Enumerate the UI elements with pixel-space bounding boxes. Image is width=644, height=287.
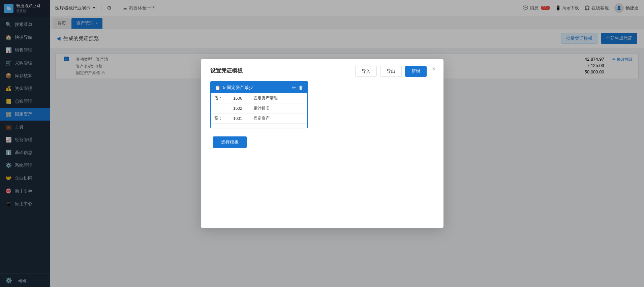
template-row (211, 124, 307, 128)
modal-overlay: 设置凭证模板 导入 导出 新增 × 📋 5-固定资产减少 ✏ 🗑 借：1606 (0, 0, 644, 287)
template-row: 贷：1601固定资产 (211, 114, 307, 124)
modal-toolbar: 导入 导出 新增 (355, 66, 427, 77)
template-delete-icon[interactable]: 🗑 (299, 85, 303, 90)
import-button[interactable]: 导入 (355, 66, 377, 77)
template-name: 5-固定资产减少 (223, 85, 253, 91)
modal-dialog: 设置凭证模板 导入 导出 新增 × 📋 5-固定资产减少 ✏ 🗑 借：1606 (201, 59, 443, 228)
template-file-icon: 📋 (215, 85, 220, 90)
modal-close-icon[interactable]: × (430, 65, 438, 73)
template-edit-icon[interactable]: ✏ (292, 85, 296, 90)
template-table: 借：1606固定资产清理1602累计折旧贷：1601固定资产 (211, 93, 307, 128)
template-row: 1602累计折旧 (211, 103, 307, 114)
template-card-header: 📋 5-固定资产减少 ✏ 🗑 (211, 82, 307, 93)
new-button[interactable]: 新增 (405, 66, 427, 77)
select-template-button[interactable]: 选择模板 (213, 136, 247, 148)
template-row: 借：1606固定资产清理 (211, 93, 307, 103)
template-card: 📋 5-固定资产减少 ✏ 🗑 借：1606固定资产清理1602累计折旧贷：160… (210, 81, 308, 128)
export-button[interactable]: 导出 (380, 66, 402, 77)
